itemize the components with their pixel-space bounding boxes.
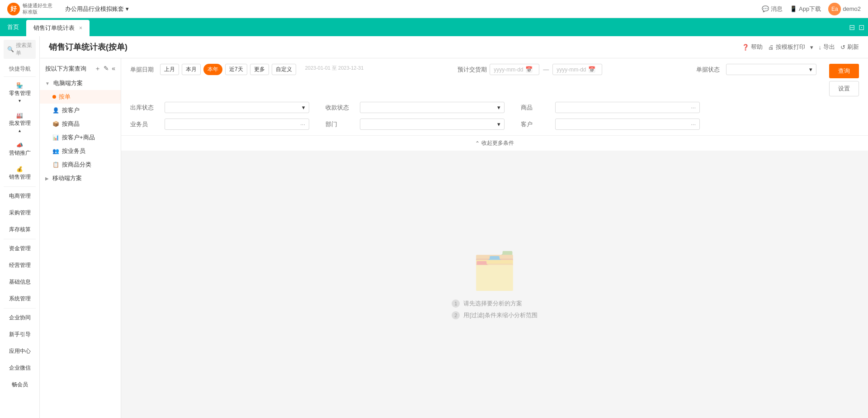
help-button[interactable]: ❓ 帮助	[742, 43, 763, 51]
filter-section: 单据日期 上月 本月 本年 近7天 更多 自定义	[121, 58, 868, 151]
scheme-item-by-order[interactable]: 按单	[40, 90, 121, 104]
sidebar-item-operations[interactable]: 经营管理	[0, 257, 39, 274]
scheme-item-by-customer[interactable]: 👤 按客户	[40, 104, 121, 117]
collapse-bar[interactable]: ⌃ 收起更多条件	[121, 135, 868, 151]
calendar-icon-2: 📅	[588, 66, 595, 73]
chevron-down-icon: ▾	[126, 5, 129, 12]
sidebar-item-retail[interactable]: 🏪 零售管理 ▾	[0, 78, 39, 108]
tree-expand-icon-mobile[interactable]: ▶	[45, 176, 49, 181]
avatar: Ea	[828, 3, 841, 15]
status-select[interactable]: ▾	[726, 64, 816, 75]
collapse-panel-icon[interactable]: «	[112, 65, 115, 73]
search-input-area[interactable]: 🔍 搜索菜单	[4, 40, 36, 59]
filter-top: 单据日期 上月 本月 本年 近7天 更多 自定义	[121, 58, 868, 130]
date-btn-last-month[interactable]: 上月	[160, 64, 179, 75]
search-icon: 🔍	[7, 46, 14, 52]
sidebar-item-ecommerce[interactable]: 电商管理	[0, 188, 39, 204]
sidebar-divider-2	[4, 186, 36, 187]
date-btn-this-month[interactable]: 本月	[182, 64, 201, 75]
customer-label: 客户	[521, 120, 548, 128]
sidebar-item-guide[interactable]: 新手引导	[0, 326, 39, 343]
main-content: 单据日期 上月 本月 本年 近7天 更多 自定义	[121, 58, 868, 418]
sidebar-item-apps[interactable]: 应用中心	[0, 343, 39, 360]
scheme-item-by-customer-goods[interactable]: 📊 按客户+商品	[40, 131, 121, 144]
tab-close-icon[interactable]: ×	[79, 25, 82, 31]
sidebar-item-marketing[interactable]: 📣 营销推广	[0, 138, 39, 162]
scheme-item-by-goods[interactable]: 📦 按商品	[40, 117, 121, 131]
print-dropdown-icon[interactable]: ▾	[807, 44, 813, 51]
account-selector[interactable]: 办公用品行业模拟账套 ▾	[65, 5, 129, 13]
chevron-down-icon: ▾	[19, 98, 21, 103]
scheme-item-by-category[interactable]: 📋 按商品分类	[40, 158, 121, 171]
message-button[interactable]: 💬 消息	[762, 5, 783, 13]
sidebar-item-enterprise[interactable]: 企业协同	[0, 309, 39, 326]
staff-icon: 👥	[52, 148, 59, 154]
sidebar-item-sales[interactable]: 💰 销售管理	[0, 162, 39, 185]
tree-mobile-section[interactable]: ▶ 移动端方案	[40, 171, 121, 185]
refresh-icon: ↺	[840, 44, 845, 51]
logo-area: 好 畅捷通好生意 标准版	[7, 3, 52, 15]
export-button[interactable]: ↓ 导出	[819, 43, 835, 51]
user-menu[interactable]: Ea demo2	[828, 3, 861, 15]
tip-num-1: 1	[452, 299, 460, 308]
sidebar-divider-1	[4, 76, 36, 77]
payment-status-arrow: ▾	[497, 104, 500, 111]
sidebar-item-basic[interactable]: 基础信息	[0, 274, 39, 290]
out-status-arrow: ▾	[302, 104, 305, 111]
customer-input[interactable]: ···	[555, 119, 700, 130]
goods-dots-icon[interactable]: ···	[691, 104, 696, 111]
sidebar-nav-shortcut[interactable]: 快捷导航	[0, 62, 39, 76]
sidebar-item-wechat[interactable]: 企业微信	[0, 360, 39, 376]
left-panel-icons: ＋ ✎ «	[94, 65, 115, 73]
working-area: 按以下方案查询 ＋ ✎ « ▼ 电脑端方案 按单 👤	[40, 58, 868, 418]
download-icon: 📱	[790, 5, 797, 12]
goods-icon: 📦	[52, 121, 59, 127]
left-panel-header: 按以下方案查询 ＋ ✎ «	[40, 63, 121, 76]
sidebar-item-finance[interactable]: 资金管理	[0, 240, 39, 257]
edit-scheme-icon[interactable]: ✎	[104, 65, 109, 73]
delivery-date-label: 预计交货期	[458, 66, 487, 74]
salesperson-dots-icon[interactable]: ···	[300, 121, 305, 128]
goods-input[interactable]: ···	[555, 102, 700, 113]
top-bar: 好 畅捷通好生意 标准版 办公用品行业模拟账套 ▾ 💬 消息 📱 App下载 E…	[0, 0, 868, 18]
sidebar-item-wholesale[interactable]: 🏭 批发管理 ▴	[0, 108, 39, 138]
tab-home[interactable]: 首页	[0, 18, 26, 36]
empty-illustration: 🗂️	[472, 250, 517, 292]
app-download-button[interactable]: 📱 App下载	[790, 5, 821, 13]
delivery-date-to[interactable]: yyyy-mm-dd 📅	[552, 64, 602, 75]
sidebar-item-inventory[interactable]: 库存核算	[0, 221, 39, 238]
customer-dots-icon[interactable]: ···	[691, 121, 696, 128]
content-area: 销售订单统计表(按单) ❓ 帮助 🖨 按模板打印 ▾ ↓ 导出 ↺ 刷新	[40, 36, 868, 418]
delivery-date-from[interactable]: yyyy-mm-dd 📅	[490, 64, 539, 75]
query-button[interactable]: 查询	[829, 64, 859, 78]
sidebar: 🔍 搜索菜单 快捷导航 🏪 零售管理 ▾ 🏭 批发管理 ▴ 📣 营销推广 💰 销…	[0, 36, 40, 418]
payment-status-select[interactable]: ▾	[360, 102, 505, 113]
sidebar-item-member[interactable]: 畅会员	[0, 376, 39, 393]
scheme-dot	[52, 95, 56, 99]
refresh-button[interactable]: ↺ 刷新	[840, 43, 859, 51]
tab-sales-statistics[interactable]: 销售订单统计表 ×	[26, 20, 90, 36]
template-print-button[interactable]: 🖨 按模板打印 ▾	[768, 43, 813, 51]
department-select[interactable]: ▾	[360, 119, 505, 130]
out-status-select[interactable]: ▾	[165, 102, 309, 113]
sidebar-search[interactable]: 🔍 搜索菜单	[0, 36, 39, 62]
sidebar-item-purchase[interactable]: 采购管理	[0, 204, 39, 221]
salesperson-input[interactable]: ···	[165, 119, 309, 130]
date-btn-this-year[interactable]: 本年	[203, 64, 222, 75]
add-scheme-icon[interactable]: ＋	[94, 65, 101, 73]
date-btn-more[interactable]: 更多	[250, 64, 269, 75]
tab-bar-actions: ⊟ ⊡	[849, 23, 868, 32]
tab-minimize-icon[interactable]: ⊟	[849, 23, 855, 32]
tip-num-2: 2	[452, 311, 460, 319]
sidebar-item-system[interactable]: 系统管理	[0, 290, 39, 307]
date-btn-custom[interactable]: 自定义	[272, 64, 296, 75]
empty-tips: 1 请先选择要分析的方案 2 用[过滤]条件来缩小分析范围	[452, 299, 537, 319]
empty-tip-2: 2 用[过滤]条件来缩小分析范围	[452, 311, 537, 319]
date-btn-last-7-days[interactable]: 近7天	[225, 64, 247, 75]
goods-label: 商品	[521, 104, 548, 112]
tree-expand-icon[interactable]: ▼	[45, 81, 50, 86]
scheme-item-by-staff[interactable]: 👥 按业务员	[40, 144, 121, 158]
tab-expand-icon[interactable]: ⊡	[859, 23, 864, 32]
settings-button[interactable]: 设置	[829, 81, 859, 96]
print-icon: 🖨	[768, 44, 774, 51]
